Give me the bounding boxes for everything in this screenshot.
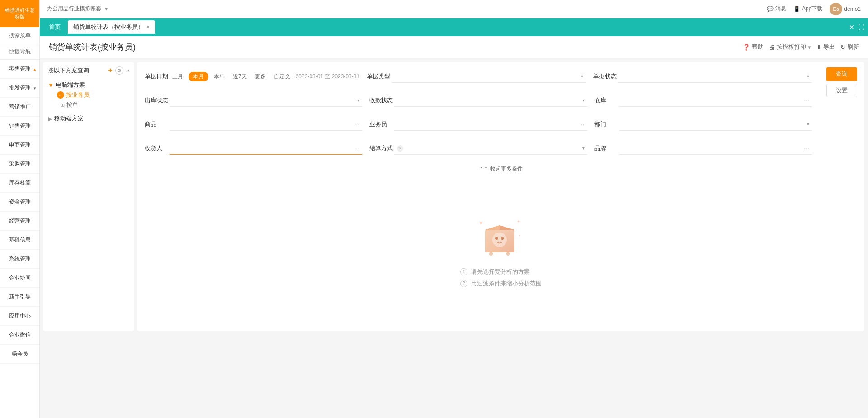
query-button[interactable]: 查询 [826, 67, 857, 81]
sidebar-search[interactable]: 帮助 搜索菜单 [0, 27, 39, 44]
top-header: 办公用品行业模拟账套 ▾ 💬 消息 📱 App下载 Ea demo2 [40, 0, 868, 18]
pc-scheme-group: ▼ 电脑端方案 ✓ 按业务员 ⊞ 按单 [48, 79, 129, 111]
sidebar-item-system[interactable]: 系统管理 [0, 250, 39, 269]
tab-home[interactable]: 首页 [43, 20, 66, 34]
pc-scheme-toggle[interactable]: ▼ 电脑端方案 [48, 79, 129, 91]
warehouse-select[interactable]: ··· [619, 94, 812, 107]
warehouse-dots[interactable]: ··· [804, 97, 809, 104]
home-label: 首页 [49, 23, 61, 31]
sidebar-item-marketing[interactable]: 营销推广 [0, 98, 39, 117]
current-month-btn[interactable]: 本月 [189, 72, 208, 81]
active-scheme-item[interactable]: ✓ 按业务员 [57, 91, 129, 99]
brand-dots[interactable]: ··· [804, 145, 809, 152]
refresh-btn[interactable]: ↻ 刷新 [840, 43, 859, 51]
out-state-select[interactable]: ▾ [170, 94, 362, 107]
svg-point-11 [506, 252, 510, 256]
svg-marker-2 [500, 225, 514, 230]
tab-active[interactable]: 销货单统计表（按业务员） × [68, 20, 155, 34]
sidebar-item-newbie[interactable]: 新手引导 [0, 288, 39, 307]
main-area: 办公用品行业模拟账套 ▾ 💬 消息 📱 App下载 Ea demo2 首页 [40, 0, 868, 418]
sidebar-item-retail[interactable]: 零售管理 [0, 60, 39, 79]
message-label: 消息 [775, 5, 786, 13]
collapse-scheme-icon[interactable]: « [126, 67, 129, 74]
dept-label: 部门 [594, 120, 619, 128]
phone-icon: 📱 [793, 6, 800, 12]
salesperson-select[interactable]: ··· [394, 118, 587, 131]
sidebar-item-wechat[interactable]: 企业微信 [0, 326, 39, 345]
last7-btn[interactable]: 近7天 [230, 72, 250, 81]
consignee-input[interactable]: ··· [170, 142, 362, 155]
close-window-icon[interactable]: ✕ [849, 24, 854, 31]
sub-scheme-item[interactable]: ⊞ 按单 [57, 99, 129, 111]
print-icon: 🖨 [769, 44, 775, 51]
sidebar-item-wholesale[interactable]: 批发管理 [0, 79, 39, 98]
settlement-tag: × [397, 145, 403, 152]
doc-type-filter: 单据类型 ▾ [367, 67, 585, 86]
sidebar-item-appstore[interactable]: 应用中心 [0, 307, 39, 326]
settings-button[interactable]: 设置 [826, 84, 857, 97]
goods-select[interactable]: ··· [170, 118, 362, 131]
settlement-tag-close[interactable]: × [397, 145, 403, 152]
out-state-filter: 出库状态 ▾ [145, 91, 362, 110]
page-header: 销货单统计表(按业务员) ❓ 帮助 🖨 按模板打印 ▾ ⬇ 导出 ↻ 刷新 [40, 36, 868, 58]
sidebar-item-member[interactable]: 畅会员 [0, 345, 39, 364]
help-btn[interactable]: ❓ 帮助 [743, 43, 764, 51]
receipt-state-select[interactable]: ▾ [394, 94, 587, 107]
brand-select[interactable]: ··· [619, 142, 812, 155]
logo-text: 畅捷通好生意 标版 [5, 7, 35, 21]
sidebar-quick-nav[interactable]: 快捷导航 [0, 44, 39, 60]
tab-bar: 首页 销货单统计表（按业务员） × ✕ ⛶ [40, 18, 868, 36]
sidebar-item-ops[interactable]: 经营管理 [0, 212, 39, 231]
help-label: 帮助 [752, 43, 764, 51]
username-label: demo2 [844, 6, 861, 12]
settings-scheme-icon[interactable]: ⚙ [115, 66, 123, 75]
out-state-arrow: ▾ [357, 98, 359, 103]
tab-close-btn[interactable]: × [146, 24, 150, 30]
consignee-dots[interactable]: ··· [354, 145, 360, 152]
svg-text:✦: ✦ [478, 219, 484, 227]
doc-state-arrow: ▾ [807, 74, 809, 79]
svg-text:•: • [519, 233, 520, 238]
filter-row-3: 商品 ··· 业务员 ··· [145, 115, 812, 134]
settlement-arrow: ▾ [582, 146, 585, 151]
mobile-scheme-arrow: ▶ [48, 115, 52, 122]
avatar-text: Ea [833, 6, 839, 12]
export-icon: ⬇ [816, 44, 821, 51]
salesperson-dots[interactable]: ··· [579, 121, 585, 128]
message-icon: 💬 [767, 6, 774, 12]
scheme-panel-title: 按以下方案查询 [48, 66, 89, 75]
sidebar-item-finance[interactable]: 资金管理 [0, 193, 39, 212]
template-print-btn[interactable]: 🖨 按模板打印 ▾ [769, 43, 811, 51]
doc-type-arrow: ▾ [581, 74, 583, 79]
dept-select[interactable]: ▾ [619, 118, 812, 131]
goods-dots[interactable]: ··· [354, 121, 360, 128]
sidebar-item-inventory[interactable]: 库存核算 [0, 174, 39, 193]
header-dropdown-icon[interactable]: ▾ [105, 6, 108, 12]
active-dot: ✓ [57, 91, 64, 99]
app-download-btn[interactable]: 📱 App下载 [793, 5, 822, 13]
sidebar-item-company[interactable]: 企业协同 [0, 269, 39, 288]
mobile-scheme-group[interactable]: ▶ 移动端方案 [48, 113, 129, 124]
sidebar-item-basic[interactable]: 基础信息 [0, 231, 39, 250]
svg-point-6 [501, 237, 504, 240]
doc-state-select[interactable]: ▾ [618, 70, 812, 83]
settlement-select[interactable]: × ▾ [394, 142, 587, 155]
custom-date-btn[interactable]: 自定义 [271, 72, 293, 81]
maximize-icon[interactable]: ⛶ [858, 24, 864, 31]
sidebar-item-purchase[interactable]: 采购管理 [0, 155, 39, 174]
sidebar-item-sales[interactable]: 销售管理 [0, 117, 39, 136]
sidebar-item-ecommerce[interactable]: 电商管理 [0, 136, 39, 155]
doc-type-select[interactable]: ▾ [392, 70, 585, 83]
dept-arrow: ▾ [807, 122, 809, 127]
export-btn[interactable]: ⬇ 导出 [816, 43, 835, 51]
date-label: 单据日期 [145, 72, 170, 81]
add-scheme-icon[interactable]: + [108, 66, 112, 75]
user-avatar-btn[interactable]: Ea demo2 [830, 3, 861, 15]
collapse-more-btn[interactable]: ⌃⌃ 收起更多条件 [476, 162, 525, 176]
current-year-btn[interactable]: 本年 [211, 72, 227, 81]
svg-point-4 [492, 233, 507, 247]
last-month-btn[interactable]: 上月 [170, 72, 186, 81]
message-btn[interactable]: 💬 消息 [767, 5, 786, 13]
filter-row-2: 出库状态 ▾ 收款状态 ▾ [145, 91, 812, 110]
more-date-btn[interactable]: 更多 [252, 72, 269, 81]
